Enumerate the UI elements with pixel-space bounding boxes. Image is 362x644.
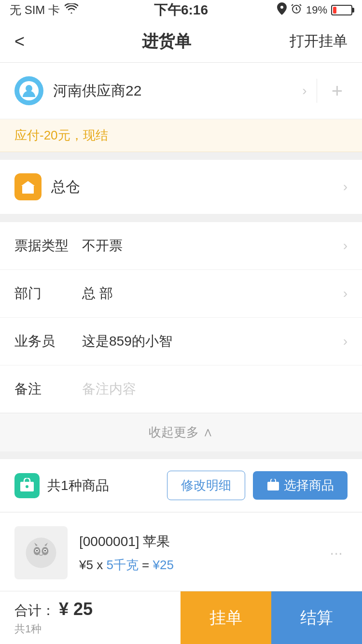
svg-point-14 <box>36 550 38 552</box>
bottom-bar: 合计： ¥ 25 共1种 挂单 结算 <box>0 591 362 644</box>
warehouse-icon <box>14 173 42 200</box>
products-count: 共1种商品 <box>47 476 167 495</box>
product-price: ¥5 x 5千克 = ¥25 <box>79 557 325 574</box>
status-time: 下午6:16 <box>154 1 208 19</box>
battery-percentage: 19% <box>306 4 327 16</box>
open-pending-button[interactable]: 打开挂单 <box>290 31 348 51</box>
avatar-inner <box>19 81 39 100</box>
svg-point-5 <box>26 485 28 488</box>
product-info: [0000001] 苹果 ¥5 x 5千克 = ¥25 <box>79 532 325 574</box>
supplier-row[interactable]: 河南供应商22 › + <box>0 63 362 119</box>
checkout-button[interactable]: 结算 <box>271 591 362 644</box>
salesman-value: 这是859的小智 <box>82 332 343 350</box>
info-banner: 应付-20元，现结 <box>0 119 362 152</box>
supplier-card: 河南供应商22 › + 应付-20元，现结 <box>0 63 362 152</box>
content: 河南供应商22 › + 应付-20元，现结 总仓 › 票据类型 不开票 › <box>0 63 362 644</box>
status-left: 无 SIM 卡 <box>10 2 78 18</box>
remark-row[interactable]: 备注 备注内容 <box>0 365 362 413</box>
pending-button[interactable]: 挂单 <box>181 591 271 644</box>
total-label: 合计： ¥ 25 <box>14 599 166 620</box>
department-row[interactable]: 部门 总 部 › <box>0 269 362 317</box>
equals-sign: = <box>142 558 153 572</box>
product-item: [0000001] 苹果 ¥5 x 5千克 = ¥25 ··· <box>0 512 362 593</box>
svg-point-15 <box>44 550 46 552</box>
status-bar: 无 SIM 卡 下午6:16 19% <box>0 0 362 20</box>
carrier-text: 无 SIM 卡 <box>10 2 60 18</box>
department-value: 总 部 <box>82 284 343 303</box>
product-title: 苹果 <box>143 534 170 549</box>
department-chevron-icon: › <box>343 286 348 301</box>
modify-detail-button[interactable]: 修改明细 <box>167 471 245 500</box>
warehouse-card[interactable]: 总仓 › <box>0 160 362 214</box>
svg-rect-3 <box>26 189 30 194</box>
back-button[interactable]: < <box>14 31 43 52</box>
quantity: 5千克 <box>106 558 138 572</box>
battery-icon <box>331 5 352 15</box>
location-icon <box>277 2 287 18</box>
remark-label: 备注 <box>14 380 82 398</box>
select-product-button[interactable]: 选择商品 <box>253 471 348 500</box>
invoice-value: 不开票 <box>82 237 343 255</box>
total-amount: ¥ 25 <box>59 599 93 619</box>
nav-bar: < 进货单 打开挂单 <box>0 20 362 63</box>
invoice-row[interactable]: 票据类型 不开票 › <box>0 222 362 269</box>
salesman-chevron-icon: › <box>343 334 348 349</box>
wifi-icon <box>65 3 78 17</box>
salesman-label: 业务员 <box>14 332 82 350</box>
products-icon <box>14 473 40 498</box>
invoice-chevron-icon: › <box>343 238 348 253</box>
supplier-avatar <box>14 76 43 105</box>
add-supplier-button[interactable]: + <box>327 80 348 102</box>
product-thumbnail <box>14 526 68 579</box>
remark-input[interactable]: 备注内容 <box>82 380 348 398</box>
page-title: 进货单 <box>142 30 191 53</box>
warehouse-row[interactable]: 总仓 › <box>0 160 362 214</box>
multiply-sign: x <box>97 558 106 572</box>
svg-point-9 <box>26 538 56 568</box>
department-label: 部门 <box>14 284 82 303</box>
product-more-button[interactable]: ··· <box>325 539 348 567</box>
salesman-row[interactable]: 业务员 这是859的小智 › <box>0 317 362 365</box>
supplier-divider <box>317 79 317 103</box>
warehouse-chevron-icon: › <box>343 179 348 195</box>
form-card: 票据类型 不开票 › 部门 总 部 › 业务员 这是859的小智 › 备注 备注… <box>0 222 362 451</box>
invoice-label: 票据类型 <box>14 237 82 255</box>
product-id: [0000001] <box>79 534 139 549</box>
collapse-button[interactable]: 收起更多 ∧ <box>0 413 362 451</box>
total-count: 共1种 <box>14 622 166 636</box>
total-section: 合计： ¥ 25 共1种 <box>0 599 181 636</box>
product-name: [0000001] 苹果 <box>79 532 325 551</box>
select-product-label: 选择商品 <box>284 477 334 494</box>
warehouse-name: 总仓 <box>51 177 343 197</box>
supplier-name: 河南供应商22 <box>53 81 302 101</box>
battery-fill <box>333 7 336 14</box>
total-text: 合计： <box>14 602 55 620</box>
unit-price: ¥5 <box>79 558 93 572</box>
products-card: 共1种商品 修改明细 选择商品 <box>0 459 362 593</box>
item-total: ¥25 <box>153 558 174 572</box>
status-right: 19% <box>277 2 352 18</box>
alarm-icon <box>291 3 302 17</box>
svg-point-1 <box>26 85 32 92</box>
products-header: 共1种商品 修改明细 选择商品 <box>0 459 362 512</box>
supplier-chevron-icon: › <box>302 83 306 98</box>
